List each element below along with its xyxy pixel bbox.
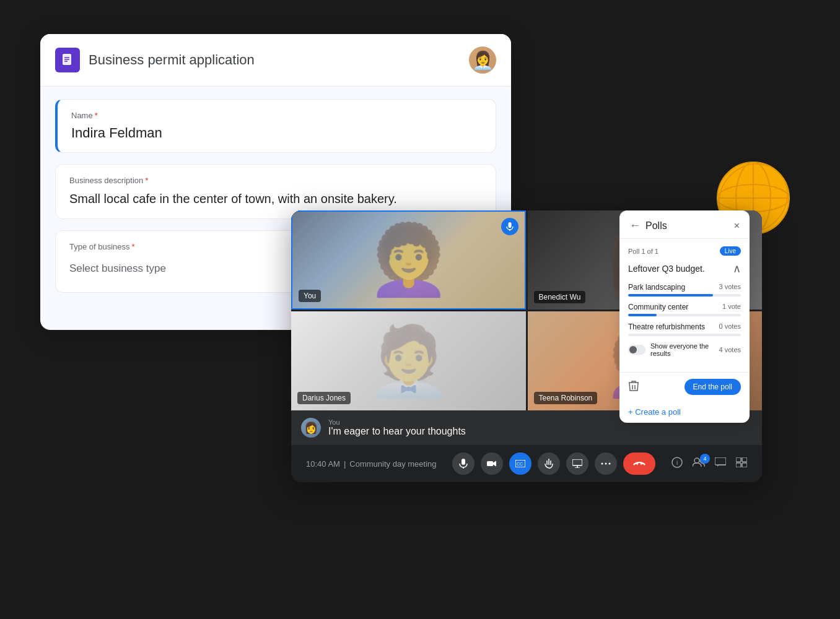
svg-rect-30 (736, 463, 741, 467)
form-user-avatar: 👩‍💼 (469, 46, 496, 74)
poll-option-theatre: Theatre refurbishments 0 votes (628, 322, 741, 336)
captions-button[interactable]: CC (509, 452, 532, 475)
svg-rect-31 (742, 463, 747, 467)
toolbar-right-controls: i 4 (672, 457, 747, 471)
poll-bar-theatre-bg (628, 334, 741, 336)
meeting-name: Community day meeting (349, 459, 436, 469)
mic-button[interactable] (452, 452, 475, 475)
camera-button[interactable] (481, 452, 503, 475)
poll-option-theatre-votes: 0 votes (719, 322, 741, 331)
svg-text:CC: CC (517, 462, 523, 466)
poll-bar-community-bg (628, 314, 741, 316)
chat-avatar: 👩 (301, 418, 321, 438)
live-badge: Live (720, 246, 741, 256)
polls-actions: End the poll (619, 372, 750, 401)
svg-rect-29 (742, 457, 747, 462)
polls-header: ← Polls × (619, 210, 750, 239)
video-cell-darius: 🧑‍💼 Darius Jones (291, 311, 526, 410)
poll-option-theatre-label: Theatre refurbishments (628, 322, 705, 331)
poll-option-park-votes: 3 votes (719, 283, 741, 292)
show-results-label: Show everyone the results (650, 342, 714, 357)
end-poll-button[interactable]: End the poll (685, 379, 741, 395)
business-description-label: Business description* (69, 176, 482, 185)
svg-rect-28 (736, 457, 741, 462)
video-name-teena: Teena Robinson (534, 392, 598, 404)
poll-meta: Poll 1 of 1 Live (628, 246, 741, 256)
hand-raise-button[interactable] (538, 452, 560, 475)
toolbar-controls: CC (452, 452, 655, 475)
poll-option-community-label: Community center (628, 303, 688, 311)
polls-back-button[interactable]: ← (629, 219, 641, 232)
show-results-votes: 4 votes (719, 346, 741, 353)
svg-rect-10 (508, 222, 511, 228)
polls-title: Polls (645, 220, 667, 232)
person-darius-silhouette: 🧑‍💼 (366, 321, 451, 401)
poll-bar-park-fill (628, 294, 713, 297)
form-header: Business permit application 👩‍💼 (40, 34, 511, 87)
create-poll-button[interactable]: + Create a poll (619, 401, 750, 423)
chat-button[interactable] (715, 457, 726, 470)
poll-option-park-label: Park landscaping (628, 283, 685, 292)
svg-rect-17 (572, 459, 582, 465)
poll-bar-community-fill (628, 314, 657, 316)
poll-collapse-icon[interactable]: ∧ (733, 262, 741, 275)
video-name-you: You (299, 290, 321, 302)
layout-button[interactable] (736, 457, 747, 470)
present-button[interactable] (566, 452, 588, 475)
name-field[interactable]: Name* Indira Feldman (55, 99, 496, 153)
video-cell-you: 👩‍🦱 You (291, 210, 526, 310)
dropdown-placeholder: Select business type (69, 262, 166, 275)
poll-option-community: Community center 1 vote (628, 303, 741, 316)
poll-number: Poll 1 of 1 (628, 248, 658, 255)
svg-rect-27 (715, 457, 726, 465)
end-call-button[interactable] (623, 452, 655, 475)
form-title: Business permit application (89, 52, 255, 68)
poll-question: Leftover Q3 budget. ∧ (628, 262, 741, 275)
svg-rect-14 (487, 461, 493, 466)
form-header-left: Business permit application (55, 48, 255, 72)
meeting-time: 10:40 AM (306, 459, 340, 469)
participants-count-badge: 4 (700, 454, 710, 464)
svg-text:i: i (676, 459, 678, 466)
chat-sender: You (328, 418, 466, 426)
svg-point-21 (605, 463, 607, 465)
active-mic-indicator (501, 218, 518, 235)
polls-panel: ← Polls × Poll 1 of 1 Live Leftover Q3 b… (619, 210, 750, 423)
svg-rect-12 (462, 459, 465, 465)
name-value[interactable]: Indira Feldman (71, 125, 482, 141)
form-document-icon (55, 48, 80, 72)
video-name-benedict: Benedict Wu (534, 291, 586, 303)
svg-point-20 (602, 463, 603, 465)
toolbar-time-info: 10:40 AM | Community day meeting (306, 459, 437, 469)
video-toolbar: 10:40 AM | Community day meeting (291, 445, 762, 482)
business-description-value[interactable]: Small local cafe in the center of town, … (69, 190, 482, 207)
svg-point-22 (609, 463, 611, 465)
name-label: Name* (71, 111, 482, 120)
participants-button[interactable]: 4 (693, 457, 705, 470)
person-you-silhouette: 👩‍🦱 (366, 220, 451, 300)
poll-option-community-votes: 1 vote (722, 303, 741, 311)
show-results-toggle[interactable] (628, 345, 645, 355)
polls-close-button[interactable]: × (734, 220, 740, 232)
more-options-button[interactable] (595, 452, 617, 475)
chat-message-text: I'm eager to hear your thoughts (328, 426, 466, 437)
show-results-row: Show everyone the results 4 votes (628, 342, 741, 357)
chat-content: You I'm eager to hear your thoughts (328, 418, 466, 437)
polls-body: Poll 1 of 1 Live Leftover Q3 budget. ∧ P… (619, 239, 750, 372)
poll-bar-park-bg (628, 294, 741, 297)
polls-header-left: ← Polls (629, 219, 667, 232)
delete-poll-button[interactable] (628, 379, 639, 395)
video-name-darius: Darius Jones (297, 392, 351, 404)
info-button[interactable]: i (672, 457, 683, 471)
svg-point-25 (694, 458, 699, 463)
create-poll-label: + Create a poll (628, 407, 681, 417)
poll-option-park: Park landscaping 3 votes (628, 283, 741, 297)
